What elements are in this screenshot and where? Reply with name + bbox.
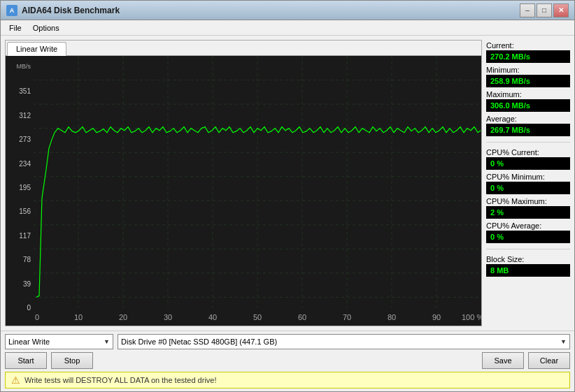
- average-value: 269.7 MB/s: [486, 124, 570, 136]
- y-axis: MB/s 351 312 273 234 195 156 117 78 39 0: [6, 56, 34, 326]
- stat-minimum-group: Minimum: 258.9 MB/s: [486, 66, 570, 87]
- mbs-label: MB/s: [8, 63, 31, 70]
- controls-row: Linear Write ▼ Disk Drive #0 [Netac SSD …: [5, 334, 570, 349]
- svg-text:20: 20: [119, 313, 127, 321]
- stats-panel: Current: 270.2 MB/s Minimum: 258.9 MB/s …: [486, 40, 570, 326]
- cpu-maximum-label: CPU% Maximum:: [486, 197, 570, 205]
- y-label-117: 117: [8, 232, 31, 240]
- disk-value: Disk Drive #0 [Netac SSD 480GB] (447.1 G…: [121, 337, 277, 346]
- cpu-current-label: CPU% Current:: [486, 148, 570, 157]
- divider-1: [486, 142, 570, 143]
- chart-svg: 0 10 20 30 40 50 60 70 80 90 100 %: [34, 56, 481, 326]
- menu-file[interactable]: File: [3, 22, 27, 34]
- stat-cpu-current-group: CPU% Current: 0 %: [486, 148, 570, 170]
- cpu-maximum-value: 2 %: [486, 206, 570, 219]
- maximize-button[interactable]: □: [537, 3, 552, 17]
- y-label-78: 78: [8, 256, 31, 263]
- svg-text:0: 0: [35, 313, 39, 321]
- stat-current-group: Current: 270.2 MB/s: [486, 41, 570, 63]
- y-label-156: 156: [8, 208, 31, 215]
- y-label-351: 351: [8, 87, 31, 95]
- cpu-minimum-label: CPU% Minimum:: [486, 173, 570, 181]
- y-label-234: 234: [8, 160, 31, 168]
- test-type-dropdown[interactable]: Linear Write ▼: [5, 334, 113, 349]
- svg-text:80: 80: [388, 313, 396, 321]
- current-value: 270.2 MB/s: [486, 50, 570, 63]
- chart-inner: 46:59: [34, 56, 481, 326]
- save-button[interactable]: Save: [482, 352, 524, 369]
- y-label-273: 273: [8, 136, 31, 143]
- stat-cpu-minimum-group: CPU% Minimum: 0 %: [486, 173, 570, 194]
- menu-bar: File Options: [1, 20, 574, 36]
- test-dropdown-arrow: ▼: [104, 338, 110, 345]
- main-content: Linear Write MB/s 351 312 273 234 195 15…: [1, 36, 574, 331]
- window-controls: – □ ✕: [520, 3, 569, 17]
- block-size-value: 8 MB: [486, 264, 570, 277]
- cpu-minimum-value: 0 %: [486, 182, 570, 194]
- disk-dropdown-arrow: ▼: [560, 338, 567, 345]
- test-type-value: Linear Write: [8, 337, 50, 346]
- cpu-average-value: 0 %: [486, 231, 570, 243]
- y-label-195: 195: [8, 184, 31, 191]
- svg-text:90: 90: [432, 313, 441, 321]
- cpu-average-label: CPU% Average:: [486, 222, 570, 230]
- chart-area: Linear Write MB/s 351 312 273 234 195 15…: [5, 40, 482, 326]
- minimum-value: 258.9 MB/s: [486, 75, 570, 87]
- stat-maximum-group: Maximum: 306.0 MB/s: [486, 90, 570, 112]
- stat-cpu-average-group: CPU% Average: 0 %: [486, 222, 570, 243]
- svg-text:10: 10: [74, 313, 83, 321]
- minimize-button[interactable]: –: [520, 3, 535, 17]
- divider-2: [486, 249, 570, 249]
- tab-bar: Linear Write: [6, 41, 481, 56]
- disk-dropdown[interactable]: Disk Drive #0 [Netac SSD 480GB] (447.1 G…: [118, 334, 570, 349]
- svg-text:50: 50: [253, 313, 262, 321]
- stop-button[interactable]: Stop: [51, 352, 93, 369]
- main-window: A AIDA64 Disk Benchmark – □ ✕ File Optio…: [0, 0, 575, 392]
- buttons-row: Start Stop Save Clear: [5, 352, 570, 369]
- warning-text: Write tests will DESTROY ALL DATA on the…: [24, 376, 217, 384]
- stat-cpu-maximum-group: CPU% Maximum: 2 %: [486, 197, 570, 219]
- warning-bar: ⚠ Write tests will DESTROY ALL DATA on t…: [5, 372, 570, 389]
- warning-icon: ⚠: [11, 375, 20, 386]
- stat-block-size-group: Block Size: 8 MB: [486, 255, 570, 277]
- y-label-0: 0: [8, 304, 31, 312]
- menu-options[interactable]: Options: [27, 22, 65, 34]
- maximum-label: Maximum:: [486, 90, 570, 99]
- average-label: Average:: [486, 115, 570, 123]
- svg-text:100 %: 100 %: [462, 313, 481, 321]
- maximum-value: 306.0 MB/s: [486, 99, 570, 112]
- title-bar-text: AIDA64 Disk Benchmark: [22, 6, 520, 15]
- title-bar: A AIDA64 Disk Benchmark – □ ✕: [1, 1, 574, 20]
- y-label-39: 39: [8, 280, 31, 288]
- svg-text:70: 70: [343, 313, 351, 321]
- minimum-label: Minimum:: [486, 66, 570, 74]
- cpu-current-value: 0 %: [486, 157, 570, 170]
- svg-text:60: 60: [298, 313, 306, 321]
- current-label: Current:: [486, 41, 570, 50]
- start-button[interactable]: Start: [5, 352, 47, 369]
- y-label-312: 312: [8, 112, 31, 119]
- bottom-area: Linear Write ▼ Disk Drive #0 [Netac SSD …: [1, 331, 574, 391]
- app-icon: A: [6, 5, 17, 16]
- svg-text:30: 30: [164, 313, 172, 321]
- stat-average-group: Average: 269.7 MB/s: [486, 115, 570, 136]
- svg-text:40: 40: [208, 313, 217, 321]
- block-size-label: Block Size:: [486, 255, 570, 263]
- chart-container: MB/s 351 312 273 234 195 156 117 78 39 0…: [6, 56, 481, 326]
- close-button[interactable]: ✕: [553, 3, 569, 17]
- tab-linear-write[interactable]: Linear Write: [7, 42, 66, 56]
- clear-button[interactable]: Clear: [528, 352, 570, 369]
